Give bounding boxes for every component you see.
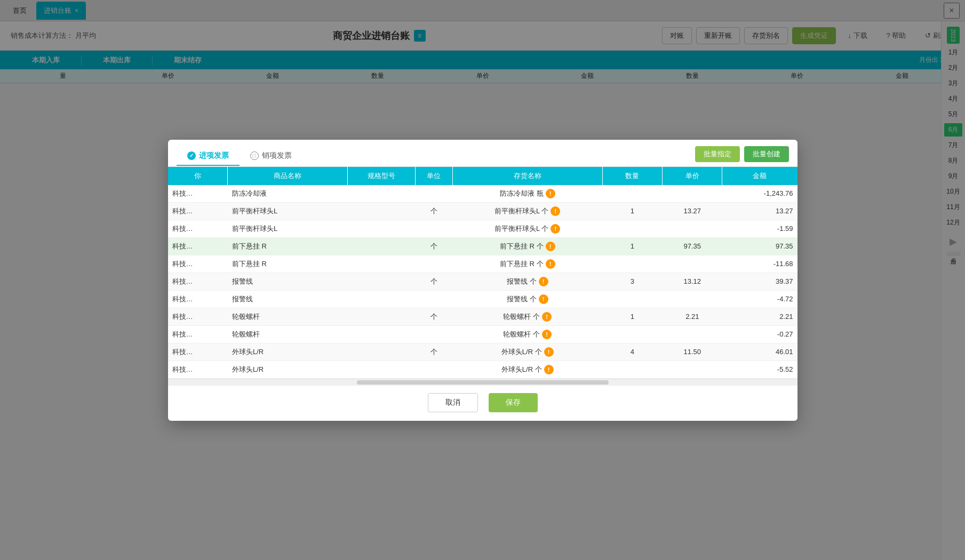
warning-icon: ! [542, 330, 552, 339]
table-row: 科技…外球头L/R外球头L/R 个!-5.52 [168, 361, 797, 378]
modal-tabs: ✓ 进项发票 □ 销项发票 [177, 147, 302, 166]
table-row: 科技…前下悬挂 R前下悬挂 R 个!-11.68 [168, 255, 797, 273]
table-row: 科技…防冻冷却液防冻冷却液 瓶!-1,243.76 [168, 185, 797, 203]
inventory-name-cell: 报警线 个! [452, 273, 602, 290]
modal-header: ✓ 进项发票 □ 销项发票 批量指定 批量创建 × [168, 140, 797, 167]
modal-dialog: ✓ 进项发票 □ 销项发票 批量指定 批量创建 × [168, 140, 797, 421]
warning-icon: ! [551, 206, 560, 216]
amount-cell: 2.21 [722, 308, 797, 325]
batch-create-button[interactable]: 批量创建 [744, 146, 789, 162]
inventory-name-cell: 轮毂螺杆 个! [452, 325, 602, 343]
cancel-button[interactable]: 取消 [428, 393, 478, 412]
table-row: 科技…前下悬挂 R个前下悬挂 R 个!197.3597.35 [168, 237, 797, 255]
xiaoxiang-tab-label: 销项发票 [262, 151, 292, 161]
app-container: 首页 进销台账 × × 销售成本计算方法： 月平均 商贸企业进销台账 ≡ 对账 … [0, 0, 965, 560]
table-row: 科技…轮毂螺杆个轮毂螺杆 个!12.212.21 [168, 308, 797, 325]
inventory-name-cell: 前下悬挂 R 个! [452, 255, 602, 273]
inventory-name-cell: 报警线 个! [452, 290, 602, 308]
amount-cell: -5.52 [722, 361, 797, 378]
amount-cell: 97.35 [722, 237, 797, 255]
inventory-name-cell: 前下悬挂 R 个! [452, 237, 602, 255]
inventory-name-cell: 轮毂螺杆 个! [452, 308, 602, 325]
th-col3: 规格型号 [348, 167, 415, 185]
warning-icon: ! [539, 294, 548, 304]
modal-overlay: ✓ 进项发票 □ 销项发票 批量指定 批量创建 × [0, 0, 965, 560]
table-row: 科技…报警线报警线 个!-4.72 [168, 290, 797, 308]
inventory-name-cell: 外球头L/R 个! [452, 343, 602, 361]
th-col4: 单位 [415, 167, 452, 185]
th-col5: 存货名称 [452, 167, 602, 185]
warning-icon: ! [544, 365, 554, 374]
warning-icon: ! [546, 242, 555, 251]
inventory-name-cell: 防冻冷却液 瓶! [452, 185, 602, 203]
amount-cell: 46.01 [722, 343, 797, 361]
table-row: 科技…前平衡杆球头L个前平衡杆球头L 个!113.2713.27 [168, 202, 797, 220]
warning-icon: ! [539, 277, 548, 286]
th-col8: 金额 [722, 167, 797, 185]
tab-xiaoxiang-fapiao[interactable]: □ 销项发票 [240, 147, 302, 166]
jinxiang-tab-label: 进项发票 [199, 151, 229, 161]
inventory-name-cell: 外球头L/R 个! [452, 361, 602, 378]
warning-icon: ! [546, 259, 555, 269]
warning-icon: ! [551, 224, 560, 234]
th-col7: 单价 [663, 167, 722, 185]
modal-table: 你 商品名称 规格型号 单位 存货名称 数量 单价 金额 科技…防冻冷却液防冻冷… [168, 167, 797, 379]
scrollbar-thumb[interactable] [357, 380, 609, 385]
amount-cell: -0.27 [722, 325, 797, 343]
table-row: 科技…报警线个报警线 个!313.1239.37 [168, 273, 797, 290]
th-col1: 你 [168, 167, 228, 185]
jinxiang-tab-icon: ✓ [187, 151, 196, 160]
inventory-name-cell: 前平衡杆球头L 个! [452, 220, 602, 237]
amount-cell: -1,243.76 [722, 185, 797, 203]
warning-icon: ! [546, 189, 555, 198]
warning-icon: ! [542, 312, 552, 322]
modal-horizontal-scrollbar[interactable] [168, 379, 797, 385]
table-row: 科技…外球头L/R个外球头L/R 个!411.5046.01 [168, 343, 797, 361]
modal-footer: 取消 保存 [168, 385, 797, 421]
modal-table-wrapper: 你 商品名称 规格型号 单位 存货名称 数量 单价 金额 科技…防冻冷却液防冻冷… [168, 167, 797, 379]
table-row: 科技…前平衡杆球头L前平衡杆球头L 个!-1.59 [168, 220, 797, 237]
amount-cell: 39.37 [722, 273, 797, 290]
th-col6: 数量 [602, 167, 662, 185]
table-row: 科技…轮毂螺杆轮毂螺杆 个!-0.27 [168, 325, 797, 343]
batch-assign-button[interactable]: 批量指定 [695, 146, 740, 162]
amount-cell: -4.72 [722, 290, 797, 308]
xiaoxiang-tab-icon: □ [250, 151, 259, 160]
warning-icon: ! [544, 347, 554, 357]
inventory-name-cell: 前平衡杆球头L 个! [452, 202, 602, 220]
amount-cell: -11.68 [722, 255, 797, 273]
modal-header-buttons: 批量指定 批量创建 [695, 146, 789, 166]
amount-cell: -1.59 [722, 220, 797, 237]
modal-close-button[interactable]: × [784, 145, 790, 155]
save-button[interactable]: 保存 [489, 393, 538, 412]
th-col2: 商品名称 [228, 167, 348, 185]
amount-cell: 13.27 [722, 202, 797, 220]
tab-jinxiang-fapiao[interactable]: ✓ 进项发票 [177, 147, 240, 166]
